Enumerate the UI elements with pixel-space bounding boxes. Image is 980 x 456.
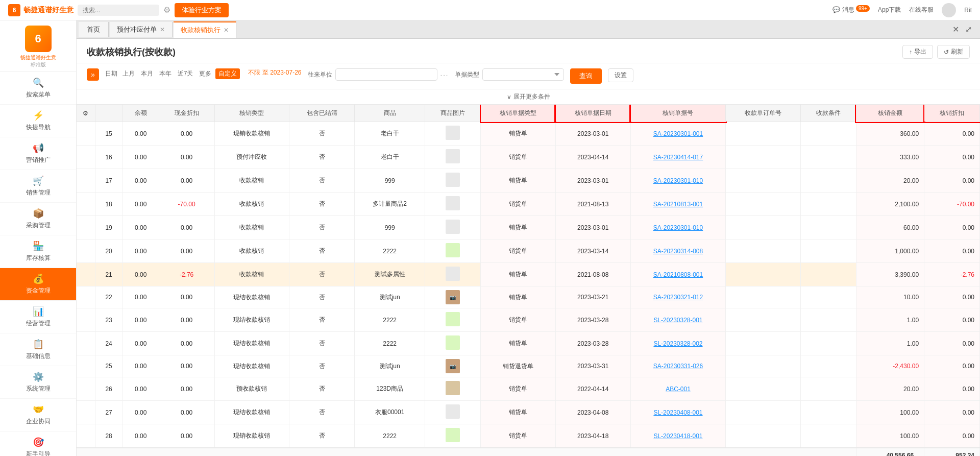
td-product: 测试多属性 [355,263,425,286]
td-voucher-no[interactable]: SA-20230331-026 [630,355,726,377]
sidebar-item-collab[interactable]: 🤝 企业协同 [0,399,76,431]
voucher-type-select[interactable] [482,68,564,81]
td-cancel-amount: 100.00 [856,401,924,424]
page-header: 收款核销执行(按收款) ↑ 导出 ↺ 刷新 [77,39,980,63]
tab-prepay[interactable]: 预付冲应付单 ✕ [110,22,173,37]
th-gear[interactable]: ⚙ [77,105,95,122]
td-cancel-amount: 1.00 [856,332,924,355]
app-download[interactable]: App下载 [878,6,901,14]
avatar[interactable] [942,3,956,17]
td-voucher-no[interactable]: SA-20230321-012 [630,286,726,308]
td-voucher-no[interactable]: SA-20230301-010 [630,169,726,193]
sidebar-item-sales[interactable]: 🛒 销售管理 [0,170,76,203]
sidebar: 6 畅捷通谱好生意 标准版 🔍 搜索菜单 ⚡ 快捷导航 📢 营销推广 🛒 销售管… [0,20,77,456]
td-is-settled: 否 [289,424,355,448]
table-row: 200.000.00收款核销否2222销货单2023-03-14SA-20230… [77,239,980,263]
filter-toggle-btn[interactable]: » [87,68,99,81]
td-product-img [425,216,481,239]
sidebar-item-guide[interactable]: 🎯 新手引导 [0,431,76,456]
sidebar-item-quick[interactable]: ⚡ 快捷导航 [0,105,76,137]
sidebar-label-operations: 经营管理 [26,319,51,328]
td-collection-cond [801,401,856,424]
online-service[interactable]: 在线客服 [909,6,934,14]
th-index [95,105,122,122]
tab-prepay-close[interactable]: ✕ [160,26,165,33]
date-last-month[interactable]: 上月 [120,68,137,79]
sidebar-item-system[interactable]: ⚙️ 系统管理 [0,366,76,399]
export-button[interactable]: ↑ 导出 [902,45,933,59]
sidebar-item-inventory[interactable]: 🏪 库存核算 [0,235,76,268]
td-index: 16 [95,146,122,169]
tab-expand-btn[interactable]: ⤢ [963,22,974,36]
td-gear [77,216,95,239]
tab-collection-close[interactable]: ✕ [224,27,229,34]
td-balance: 0.00 [122,332,159,355]
sidebar-item-marketing[interactable]: 📢 营销推广 [0,137,76,170]
td-voucher-no[interactable]: SL-20230408-001 [630,401,726,424]
tab-close-all-btn[interactable]: ✕ [950,22,961,36]
sidebar-label-purchase: 采购管理 [26,221,51,230]
td-cancel-type: 现结收款核销 [214,308,289,332]
th-collection-order: 收款单订单号 [726,105,801,122]
td-product: 123D商品 [355,377,425,401]
partner-input[interactable] [335,68,437,81]
td-voucher-no[interactable]: SL-20230328-001 [630,308,726,332]
sidebar-item-basic[interactable]: 📋 基础信息 [0,333,76,366]
td-voucher-no[interactable]: SA-20230301-001 [630,122,726,146]
expand-label: 展开更多条件 [513,92,550,101]
td-cash-discount: 0.00 [159,169,214,193]
td-voucher-date: 2021-08-08 [555,263,630,286]
td-voucher-no[interactable]: SA-20230414-017 [630,146,726,169]
product-img: 📷 [446,359,460,373]
table-row: 260.000.00预收款核销否123D商品销货单2022-04-14ABC-0… [77,377,980,401]
notifications[interactable]: 💬 消息 99+ [832,6,870,14]
refresh-button[interactable]: ↺ 刷新 [937,45,970,59]
td-balance: 0.00 [122,424,159,448]
td-voucher-type: 销货单 [481,332,556,355]
date-more[interactable]: 更多 [197,68,213,79]
sidebar-item-finance[interactable]: 💰 资金管理 [0,268,76,301]
td-cancel-amount: 333.00 [856,146,924,169]
td-is-settled: 否 [289,216,355,239]
th-balance: 余额 [122,105,159,122]
sidebar-item-operations[interactable]: 📊 经营管理 [0,301,76,333]
sidebar-item-search[interactable]: 🔍 搜索菜单 [0,72,76,105]
product-img [446,149,460,163]
td-is-settled: 否 [289,122,355,146]
td-cancel-amount: -2,430.00 [856,355,924,377]
date-this-year[interactable]: 本年 [157,68,174,79]
gear-icon[interactable]: ⚙ [163,5,170,15]
industry-btn[interactable]: 体验行业方案 [175,3,229,17]
setting-button[interactable]: 设置 [608,68,633,82]
date-this-month[interactable]: 本月 [139,68,155,79]
td-product-img [425,308,481,332]
td-voucher-no[interactable]: SA-20210808-001 [630,263,726,286]
td-voucher-type: 销货单 [481,308,556,332]
td-voucher-no[interactable]: SL-20230418-001 [630,424,726,448]
td-product-img [425,401,481,424]
td-is-settled: 否 [289,169,355,193]
search-input[interactable] [78,5,159,16]
query-button[interactable]: 查询 [570,68,602,84]
td-index: 21 [95,263,122,286]
td-voucher-date: 2023-03-28 [555,308,630,332]
td-voucher-no[interactable]: SA-20230314-008 [630,239,726,263]
sidebar-item-purchase[interactable]: 📦 采购管理 [0,203,76,235]
td-voucher-no[interactable]: SL-20230328-002 [630,332,726,355]
td-product: 2222 [355,308,425,332]
td-cancel-discount: 0.00 [924,122,980,146]
td-index: 25 [95,355,122,377]
td-balance: 0.00 [122,146,159,169]
date-custom[interactable]: 自定义 [215,68,240,79]
td-voucher-no[interactable]: SA-20210813-001 [630,193,726,216]
td-voucher-no[interactable]: ABC-001 [630,377,726,401]
tab-collection[interactable]: 收款核销执行 ✕ [174,21,236,38]
tab-home[interactable]: 首页 [79,22,109,37]
td-voucher-type: 销货单 [481,286,556,308]
product-img [446,243,460,257]
td-cash-discount: 0.00 [159,286,214,308]
td-voucher-no[interactable]: SA-20230301-010 [630,216,726,239]
date-7days[interactable]: 近7天 [176,68,195,79]
th-cancel-discount: 核销折扣 [924,105,980,122]
expand-more-btn[interactable]: ∨ 展开更多条件 [507,92,550,101]
